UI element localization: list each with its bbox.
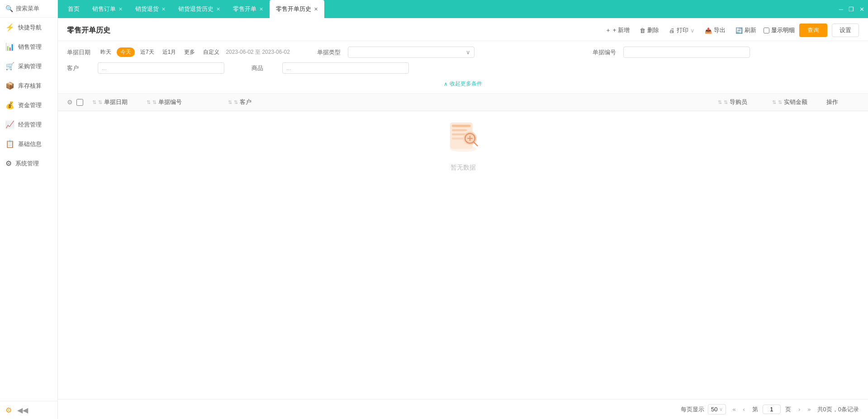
- sidebar-item-label: 基础信息: [18, 140, 42, 148]
- th-number[interactable]: ⇅ 单据编号: [143, 94, 224, 111]
- settings-icon[interactable]: ⚙: [5, 406, 12, 414]
- window-close[interactable]: ✕: [859, 6, 864, 13]
- tab-home-label: 首页: [68, 5, 80, 13]
- date-btn-custom[interactable]: 自定义: [200, 47, 222, 57]
- type-select[interactable]: ∨: [348, 47, 474, 58]
- tab-sales-return-close[interactable]: ✕: [161, 6, 166, 12]
- print-button[interactable]: 🖨 打印 ∨: [666, 24, 697, 36]
- add-button[interactable]: ＋ + 新增: [602, 24, 632, 36]
- table-settings-icon[interactable]: ⚙: [67, 99, 73, 106]
- tab-retail-open-history-close[interactable]: ✕: [314, 6, 318, 12]
- th-amount-sort-icon: ⇅: [778, 99, 782, 105]
- collapse-sidebar-icon[interactable]: ◀◀: [17, 406, 28, 414]
- th-customer[interactable]: ⇅ 客户: [224, 94, 714, 111]
- th-ops-label: 操作: [826, 98, 838, 106]
- goods-dots: ...: [286, 65, 291, 71]
- main-content: 首页 销售订单 ✕ 销货退货 ✕ 销货退货历史 ✕ 零售开单 ✕ 零售开单历史 …: [58, 0, 868, 419]
- date-btn-1month[interactable]: 近1月: [160, 47, 179, 57]
- tab-sales-return-history[interactable]: 销货退货历史 ✕: [172, 0, 227, 18]
- th-guide-label: 导购员: [730, 98, 747, 106]
- total-info: 共0页，0条记录: [817, 405, 859, 414]
- svg-rect-3: [452, 129, 467, 131]
- query-button[interactable]: 查询: [799, 24, 827, 37]
- tab-sales-order-label: 销售订单: [92, 5, 116, 13]
- date-label: 单据日期: [67, 48, 94, 56]
- tab-sales-order-close[interactable]: ✕: [119, 6, 123, 12]
- sidebar-item-label: 资金管理: [18, 101, 42, 109]
- customer-input[interactable]: ...: [98, 62, 224, 74]
- tab-retail-open-close[interactable]: ✕: [259, 6, 263, 12]
- date-filter-col: 单据日期 昨天 今天 近7天 近1月 更多 自定义 2023-06-02 至 2…: [67, 47, 290, 57]
- collapse-bar[interactable]: ∧ 收起更多条件: [67, 78, 859, 88]
- tab-retail-open-history-label: 零售开单历史: [276, 5, 311, 13]
- goods-input[interactable]: ...: [282, 62, 409, 74]
- sidebar-search[interactable]: 🔍 搜索菜单: [0, 0, 57, 18]
- date-btn-7days[interactable]: 近7天: [138, 47, 157, 57]
- svg-rect-5: [452, 137, 465, 139]
- svg-line-8: [474, 142, 477, 146]
- th-date-sort-icon: ⇅: [98, 99, 102, 105]
- export-icon: 📤: [705, 27, 712, 34]
- window-restore[interactable]: ❐: [849, 6, 854, 13]
- refresh-label: 刷新: [745, 26, 756, 34]
- sidebar-item-quick-nav[interactable]: ⚡ 快捷导航: [0, 18, 57, 37]
- date-btn-yesterday[interactable]: 昨天: [98, 47, 114, 57]
- last-page-btn[interactable]: »: [805, 405, 813, 414]
- customer-dots: ...: [102, 65, 107, 71]
- th-number-sort-icon: ⇅: [152, 99, 157, 105]
- next-page-btn[interactable]: ›: [796, 405, 803, 414]
- show-detail-label: 显示明细: [771, 26, 795, 34]
- collapse-icon: ∧: [444, 81, 448, 87]
- page-title: 零售开单历史: [67, 26, 110, 35]
- sidebar-item-label: 快捷导航: [18, 24, 42, 32]
- tab-sales-return-history-close[interactable]: ✕: [216, 6, 220, 12]
- date-btn-more[interactable]: 更多: [181, 47, 198, 57]
- sidebar-item-sales-mgmt[interactable]: 📊 销售管理: [0, 37, 57, 56]
- number-input[interactable]: [623, 47, 750, 58]
- per-page-label: 每页显示: [681, 405, 704, 414]
- th-amount[interactable]: ⇅ 实销金额: [768, 94, 823, 111]
- sidebar-item-operations[interactable]: 📈 经营管理: [0, 115, 57, 134]
- th-date[interactable]: ⇅ 单据日期: [89, 94, 143, 111]
- print-arrow: ∨: [690, 27, 695, 34]
- show-detail-check[interactable]: [764, 28, 769, 33]
- type-label: 单据类型: [317, 48, 344, 56]
- setting-button[interactable]: 设置: [832, 24, 859, 37]
- show-detail-checkbox[interactable]: 显示明细: [764, 26, 795, 34]
- tab-sales-order[interactable]: 销售订单 ✕: [86, 0, 129, 18]
- sidebar-item-label: 采购管理: [18, 62, 42, 71]
- refresh-button[interactable]: 🔄 刷新: [733, 24, 759, 36]
- page-num-input[interactable]: [763, 405, 781, 414]
- delete-button[interactable]: 🗑 删除: [637, 24, 662, 36]
- sidebar-item-purchase-mgmt[interactable]: 🛒 采购管理: [0, 56, 57, 76]
- sidebar-item-basic-info[interactable]: 📋 基础信息: [0, 134, 57, 154]
- tab-home[interactable]: 首页: [62, 0, 86, 18]
- table-select-all[interactable]: [76, 99, 83, 106]
- first-page-btn[interactable]: «: [730, 405, 738, 414]
- th-guide[interactable]: ⇅ 导购员: [714, 94, 768, 111]
- empty-state: 暂无数据: [58, 111, 868, 172]
- collapse-label: 收起更多条件: [450, 80, 482, 88]
- date-btn-today[interactable]: 今天: [117, 47, 135, 57]
- type-filter-col: 单据类型 ∨: [317, 47, 583, 58]
- tab-sales-return[interactable]: 销货退货 ✕: [129, 0, 172, 18]
- sidebar-item-inventory[interactable]: 📦 库存核算: [0, 76, 57, 95]
- finance-icon: 💰: [5, 101, 14, 109]
- prev-page-btn[interactable]: ‹: [740, 405, 748, 414]
- window-minimize[interactable]: ─: [839, 6, 843, 13]
- sales-mgmt-icon: 📊: [5, 42, 14, 51]
- per-page-select[interactable]: 50 ∨: [708, 404, 726, 414]
- top-nav: 首页 销售订单 ✕ 销货退货 ✕ 销货退货历史 ✕ 零售开单 ✕ 零售开单历史 …: [58, 0, 868, 18]
- th-guide-sort-icon: ⇅: [724, 99, 728, 105]
- sidebar-item-label: 系统管理: [15, 160, 39, 168]
- date-quick-btns: 昨天 今天 近7天 近1月 更多 自定义: [98, 47, 222, 57]
- tab-retail-open[interactable]: 零售开单 ✕: [227, 0, 270, 18]
- tab-retail-open-history[interactable]: 零售开单历史 ✕: [270, 0, 324, 18]
- sidebar-item-finance[interactable]: 💰 资金管理: [0, 95, 57, 115]
- th-date-label: 单据日期: [104, 98, 128, 106]
- sidebar-item-sys-mgmt[interactable]: ⚙ 系统管理: [0, 154, 57, 173]
- empty-text: 暂无数据: [451, 164, 476, 172]
- quick-nav-icon: ⚡: [5, 23, 14, 32]
- operations-icon: 📈: [5, 120, 14, 129]
- export-button[interactable]: 📤 导出: [702, 24, 728, 36]
